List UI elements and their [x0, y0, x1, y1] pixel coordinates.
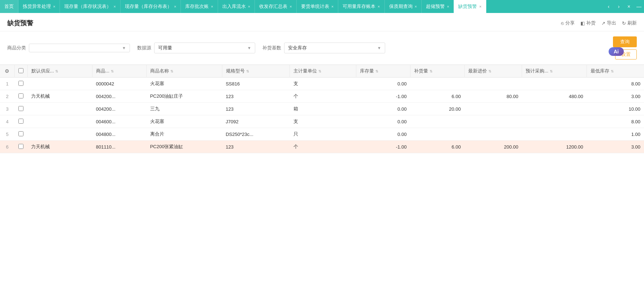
- tab-close-expiry-query[interactable]: ×: [415, 4, 417, 9]
- tab-recv-summary[interactable]: 收发存汇总表 ×: [255, 0, 296, 13]
- tab-close-all-btn[interactable]: ×: [624, 0, 634, 13]
- tab-overstock[interactable]: 超储预警 ×: [422, 0, 454, 13]
- th-product-code: 商品... ⇅: [92, 65, 147, 78]
- tab-abnormal[interactable]: 拣货异常处理 ×: [18, 0, 60, 13]
- cell-est-purchase: [522, 103, 587, 115]
- tab-expiry-query[interactable]: 保质期查询 ×: [385, 0, 422, 13]
- cell-product-name: PC200油缸庄子: [147, 90, 222, 103]
- datasource-value: 可用量: [158, 45, 172, 51]
- refresh-button[interactable]: ↻ 刷新: [622, 20, 637, 26]
- th-supplier: 默认供应... ⇅: [27, 65, 92, 78]
- table-header: ⚙ 默认供应... ⇅ 商品...: [0, 65, 644, 78]
- cell-replenish-qty: [410, 78, 464, 90]
- tab-demand-stat[interactable]: 要货单统计表 ×: [297, 0, 338, 13]
- tab-shortage[interactable]: 缺货预警 ×: [454, 0, 486, 13]
- cell-unit: 支: [290, 115, 356, 128]
- sort-replenish-qty[interactable]: 补货量 ⇅: [414, 68, 461, 74]
- cell-product-name: 三九: [147, 103, 222, 115]
- cell-index: 6: [0, 141, 14, 153]
- column-settings-icon[interactable]: ⚙: [5, 68, 9, 74]
- cell-product-code: 004200...: [92, 103, 147, 115]
- tab-stock-dist[interactable]: 现存量（库存分布表） ×: [121, 0, 181, 13]
- tab-inout-flow[interactable]: 出入库流水 ×: [218, 0, 255, 13]
- row-checkbox[interactable]: [18, 93, 23, 98]
- category-select[interactable]: ▼: [29, 44, 130, 52]
- category-dropdown-icon: ▼: [122, 46, 126, 50]
- cell-stock-qty: -1.00: [356, 90, 410, 103]
- sort-latest-price[interactable]: 最新进价 ⇅: [468, 68, 518, 74]
- replenish-base-select[interactable]: 安全库存 ▼: [284, 43, 385, 53]
- sort-est-purchase-icon: ⇅: [550, 69, 553, 73]
- table-body: 1 0000042 火花塞 SS816 支 0.00 8.00 2 力天机械 0…: [0, 78, 644, 153]
- cell-latest-price: [464, 78, 522, 90]
- sort-spec-icon: ⇅: [246, 69, 249, 73]
- share-button[interactable]: ⎋ 分享: [561, 20, 575, 26]
- tab-next-btn[interactable]: ›: [614, 0, 624, 13]
- sort-spec[interactable]: 规格型号 ⇅: [226, 68, 286, 74]
- cell-checkbox[interactable]: [14, 141, 27, 153]
- tab-close-stock-status[interactable]: ×: [113, 4, 116, 9]
- select-all-checkbox[interactable]: [18, 68, 23, 73]
- row-checkbox[interactable]: [18, 131, 23, 136]
- sort-unit[interactable]: 主计量单位 ⇅: [293, 68, 352, 74]
- tab-stock-batch[interactable]: 库存批次账 ×: [181, 0, 218, 13]
- tab-close-inout-flow[interactable]: ×: [248, 4, 250, 9]
- cell-replenish-qty: 20.00: [410, 103, 464, 115]
- page-header: 缺货预警 ⎋ 分享 ◧ 补货 ↗ 导出 ↻ 刷新: [0, 13, 644, 31]
- main-content: 缺货预警 ⎋ 分享 ◧ 补货 ↗ 导出 ↻ 刷新 商品分类: [0, 13, 644, 287]
- tab-minimize-btn[interactable]: —: [634, 0, 644, 13]
- sort-supplier[interactable]: 默认供应... ⇅: [31, 68, 89, 74]
- tab-avail-ledger[interactable]: 可用量库存账本 ×: [338, 0, 384, 13]
- sort-est-purchase[interactable]: 预计采购... ⇅: [526, 68, 583, 74]
- tab-close-abnormal[interactable]: ×: [53, 4, 55, 9]
- tab-close-avail-ledger[interactable]: ×: [378, 4, 380, 9]
- query-button[interactable]: 查询: [613, 36, 637, 47]
- cell-est-purchase: 1200.00: [522, 141, 587, 153]
- row-checkbox[interactable]: [18, 119, 23, 124]
- row-checkbox[interactable]: [18, 81, 23, 86]
- sort-product-code[interactable]: 商品... ⇅: [96, 68, 143, 74]
- sort-product-name[interactable]: 商品名称 ⇅: [150, 68, 218, 74]
- category-filter-group: 商品分类 ▼: [7, 44, 130, 52]
- sort-replenish-qty-icon: ⇅: [430, 69, 432, 73]
- cell-unit: 支: [290, 78, 356, 90]
- cell-min-stock: 3.00: [587, 141, 644, 153]
- tab-close-stock-batch[interactable]: ×: [211, 4, 213, 9]
- sort-latest-price-icon: ⇅: [488, 69, 491, 73]
- row-checkbox[interactable]: [18, 106, 23, 111]
- th-min-stock: 最低库存 ⇅: [587, 65, 644, 78]
- tab-close-recv-summary[interactable]: ×: [290, 4, 292, 9]
- cell-checkbox[interactable]: [14, 90, 27, 103]
- cell-est-purchase: [522, 115, 587, 128]
- cell-spec: DS250*23c...: [222, 128, 290, 141]
- cell-checkbox[interactable]: [14, 128, 27, 141]
- tab-prev-btn[interactable]: ‹: [604, 0, 614, 13]
- cell-min-stock: 10.00: [587, 103, 644, 115]
- export-icon: ↗: [601, 21, 605, 26]
- table-row: 6 力天机械 801110... PC200张紧油缸 123 个 -1.00 6…: [0, 141, 644, 153]
- sort-stock-qty[interactable]: 库存量 ⇅: [360, 68, 406, 74]
- cell-checkbox[interactable]: [14, 115, 27, 128]
- replenish-button[interactable]: ◧ 补货: [580, 20, 596, 26]
- cell-latest-price: [464, 103, 522, 115]
- tab-close-demand-stat[interactable]: ×: [331, 4, 334, 9]
- datasource-select[interactable]: 可用量 ▼: [154, 43, 255, 53]
- sort-min-stock[interactable]: 最低库存 ⇅: [591, 68, 640, 74]
- cell-supplier: [27, 78, 92, 90]
- table-row: 1 0000042 火花塞 SS816 支 0.00 8.00: [0, 78, 644, 90]
- cell-checkbox[interactable]: [14, 103, 27, 115]
- tab-close-overstock[interactable]: ×: [447, 4, 449, 9]
- tab-stock-status[interactable]: 现存量（库存状况表） ×: [60, 0, 120, 13]
- header-actions: ⎋ 分享 ◧ 补货 ↗ 导出 ↻ 刷新: [561, 20, 637, 26]
- cell-latest-price: [464, 115, 522, 128]
- cell-checkbox[interactable]: [14, 78, 27, 90]
- export-button[interactable]: ↗ 导出: [601, 20, 616, 26]
- replenish-base-dropdown-icon: ▼: [377, 46, 381, 50]
- row-checkbox[interactable]: [18, 144, 23, 149]
- tab-home[interactable]: 首页: [0, 0, 18, 13]
- tab-close-stock-dist[interactable]: ×: [174, 4, 176, 9]
- sort-product-code-icon: ⇅: [111, 69, 114, 73]
- ai-badge[interactable]: Ai: [609, 47, 624, 56]
- tab-close-shortage[interactable]: ×: [479, 4, 481, 9]
- page-title: 缺货预警: [7, 19, 33, 27]
